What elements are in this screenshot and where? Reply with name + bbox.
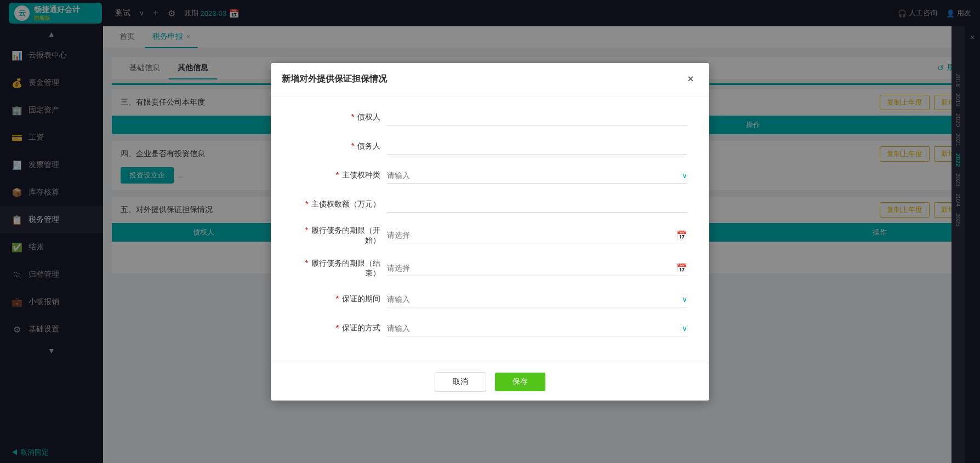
required-star-period-end: * — [305, 259, 308, 267]
required-star-claim-amount: * — [305, 199, 308, 208]
label-claim-type: * 主债权种类 — [293, 170, 380, 180]
calendar-icon-period-end[interactable]: 📅 — [676, 263, 687, 273]
chevron-down-icon-guarantee-period: ∨ — [682, 295, 687, 304]
cancel-button[interactable]: 取消 — [435, 372, 486, 392]
label-guarantee-period: * 保证的期间 — [293, 294, 380, 304]
chevron-down-icon-guarantee-method: ∨ — [682, 324, 687, 333]
modal-title: 新增对外提供保证担保情况 — [282, 73, 387, 85]
form-row-period-end: * 履行债务的期限（结束） 📅 — [293, 259, 687, 278]
form-row-guarantee-period: * 保证的期间 ∨ — [293, 291, 687, 307]
select-wrapper-claim-type: ∨ — [387, 168, 687, 184]
required-star-debtor: * — [351, 141, 354, 150]
modal-body: * 债权人 * 债务人 * 主债权种类 — [271, 96, 709, 363]
required-star-period-start: * — [305, 226, 308, 235]
form-row-guarantee-method: * 保证的方式 ∨ — [293, 321, 687, 336]
chevron-down-icon-claim-type: ∨ — [682, 171, 687, 180]
select-claim-type[interactable] — [387, 168, 682, 183]
label-creditor: * 债权人 — [293, 112, 380, 122]
save-button[interactable]: 保存 — [495, 373, 545, 391]
required-star-claim-type: * — [336, 170, 339, 179]
modal-dialog: 新增对外提供保证担保情况 × * 债权人 * 债务人 — [271, 63, 709, 401]
modal-header: 新增对外提供保证担保情况 × — [271, 63, 709, 96]
label-period-start: * 履行债务的期限（开始） — [293, 226, 380, 245]
select-guarantee-period[interactable] — [387, 291, 682, 307]
input-debtor[interactable] — [387, 139, 687, 155]
label-period-end: * 履行债务的期限（结束） — [293, 259, 380, 278]
input-creditor[interactable] — [387, 110, 687, 125]
modal-close-button[interactable]: × — [683, 72, 698, 87]
label-debtor: * 债务人 — [293, 141, 380, 151]
calendar-icon-period-start[interactable]: 📅 — [676, 230, 687, 241]
form-row-period-start: * 履行债务的期限（开始） 📅 — [293, 226, 687, 245]
label-claim-amount: * 主债权数额（万元） — [293, 199, 380, 209]
required-star-guarantee-method: * — [336, 323, 339, 332]
form-row-claim-amount: * 主债权数额（万元） — [293, 197, 687, 213]
date-input-period-start[interactable] — [387, 227, 676, 243]
form-row-debtor: * 债务人 — [293, 139, 687, 155]
required-star-creditor: * — [351, 112, 354, 121]
date-wrapper-period-end: 📅 — [387, 260, 687, 276]
select-guarantee-method[interactable] — [387, 321, 682, 336]
select-wrapper-guarantee-method: ∨ — [387, 321, 687, 336]
input-claim-amount[interactable] — [387, 197, 687, 213]
form-row-claim-type: * 主债权种类 ∨ — [293, 168, 687, 184]
select-wrapper-guarantee-period: ∨ — [387, 291, 687, 307]
date-input-period-end[interactable] — [387, 260, 676, 276]
modal-overlay: 新增对外提供保证担保情况 × * 债权人 * 债务人 — [0, 0, 980, 463]
required-star-guarantee-period: * — [336, 294, 339, 303]
label-guarantee-method: * 保证的方式 — [293, 323, 380, 333]
modal-footer: 取消 保存 — [271, 363, 709, 401]
date-wrapper-period-start: 📅 — [387, 227, 687, 243]
form-row-creditor: * 债权人 — [293, 110, 687, 125]
